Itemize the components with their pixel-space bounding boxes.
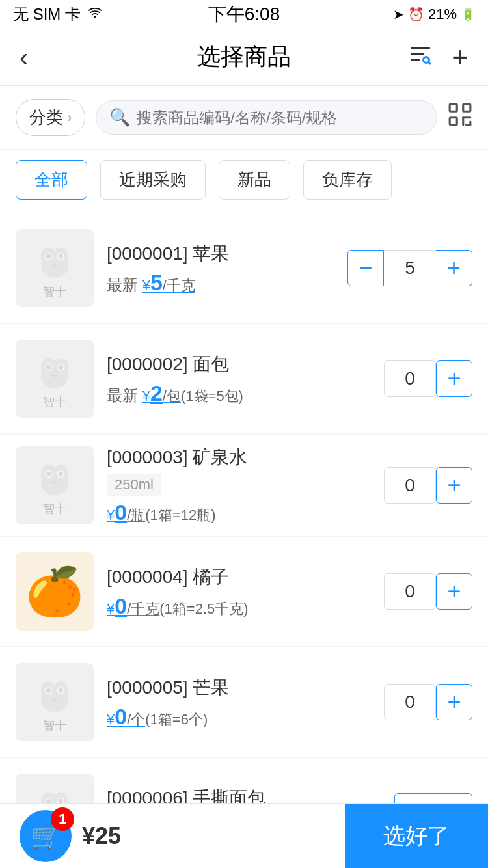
- product-image: 智十: [16, 229, 94, 307]
- product-image: 🍊: [16, 552, 94, 631]
- category-button[interactable]: 分类 ›: [16, 99, 85, 136]
- quantity-control: +: [384, 467, 472, 504]
- quantity-input[interactable]: [384, 360, 436, 397]
- scan-icon[interactable]: [448, 102, 472, 133]
- status-left: 无 SIM 卡: [13, 4, 104, 25]
- product-spec: 250ml: [107, 474, 161, 496]
- product-list: 智十 [0000001] 苹果 最新 ¥5/千克 − +: [0, 213, 488, 868]
- product-info: [0000004] 橘子 ¥0/千克(1箱=2.5千克): [107, 565, 371, 619]
- product-name: [0000004] 橘子: [107, 565, 371, 590]
- search-input-wrap: 🔍: [96, 100, 437, 135]
- quantity-decrease-button[interactable]: −: [347, 250, 384, 286]
- product-price: ¥0/个(1箱=6个): [107, 704, 371, 729]
- product-info: [0000005] 芒果 ¥0/个(1箱=6个): [107, 675, 371, 729]
- product-image: 智十: [16, 340, 94, 418]
- back-button[interactable]: ‹: [20, 44, 28, 70]
- product-price: ¥0/瓶(1箱=12瓶): [107, 500, 371, 525]
- product-name: [0000005] 芒果: [107, 675, 371, 700]
- status-time: 下午6:08: [208, 2, 280, 27]
- quantity-increase-button[interactable]: +: [436, 573, 472, 610]
- owl-logo: 智十: [32, 454, 77, 517]
- table-row: 智十 [0000001] 苹果 最新 ¥5/千克 − +: [0, 213, 488, 323]
- product-name: [0000003] 矿泉水: [107, 445, 371, 470]
- quantity-control: +: [384, 360, 472, 397]
- nav-bar: ‹ 选择商品 +: [0, 29, 488, 86]
- svg-point-40: [59, 688, 63, 693]
- location-icon: ➤: [393, 7, 404, 22]
- svg-point-32: [46, 471, 51, 476]
- svg-point-25: [46, 365, 51, 370]
- owl-text: 智十: [43, 284, 66, 299]
- svg-point-19: [59, 254, 63, 259]
- table-row: 智十 [0000002] 面包 最新 ¥2/包(1袋=5包) +: [0, 324, 488, 433]
- product-name: [0000001] 苹果: [107, 241, 334, 266]
- search-area: 分类 › 🔍: [0, 86, 488, 150]
- quantity-control: +: [384, 573, 472, 610]
- table-row: 🍊 [0000004] 橘子 ¥0/千克(1箱=2.5千克) +: [0, 537, 488, 646]
- quantity-increase-button[interactable]: +: [436, 250, 472, 286]
- svg-point-26: [59, 365, 63, 370]
- quantity-control: +: [384, 684, 472, 720]
- svg-rect-6: [450, 104, 457, 111]
- alarm-icon: ⏰: [408, 7, 424, 22]
- cart-button[interactable]: 🛒 1: [20, 810, 72, 862]
- status-right: ➤ ⏰ 21% 🔋: [393, 6, 475, 23]
- table-row: 智十 [0000005] 芒果 ¥0/个(1箱=6个) +: [0, 647, 488, 757]
- svg-rect-8: [450, 118, 457, 125]
- quantity-input[interactable]: [384, 573, 436, 610]
- product-info: [0000003] 矿泉水 250ml ¥0/瓶(1箱=12瓶): [107, 445, 371, 525]
- product-price: 最新 ¥5/千克: [107, 270, 334, 295]
- owl-text: 智十: [43, 718, 66, 733]
- cart-section: 🛒 1 ¥25: [0, 810, 121, 862]
- filter-tabs: 全部 近期采购 新品 负库存: [0, 150, 488, 213]
- product-price: 最新 ¥2/包(1袋=5包): [107, 381, 371, 406]
- table-row: 智十 [0000003] 矿泉水 250ml ¥0/瓶(1箱=12瓶) +: [0, 435, 488, 536]
- tab-negative-stock[interactable]: 负库存: [303, 160, 392, 200]
- orange-emoji: 🍊: [25, 564, 84, 619]
- svg-line-5: [428, 62, 430, 64]
- quantity-increase-button[interactable]: +: [436, 684, 472, 720]
- svg-point-39: [46, 688, 51, 693]
- svg-point-0: [94, 16, 96, 18]
- bottom-bar: 🛒 1 ¥25 选好了: [0, 803, 488, 868]
- tab-recent[interactable]: 近期采购: [100, 160, 206, 200]
- product-name: [0000002] 面包: [107, 352, 371, 377]
- quantity-increase-button[interactable]: +: [436, 360, 472, 397]
- tab-new[interactable]: 新品: [219, 160, 290, 200]
- product-info: [0000001] 苹果 最新 ¥5/千克: [107, 241, 334, 295]
- product-price: ¥0/千克(1箱=2.5千克): [107, 593, 371, 619]
- wifi-icon: [86, 5, 104, 23]
- svg-rect-7: [463, 104, 470, 111]
- product-image: 智十: [16, 446, 94, 524]
- tab-all[interactable]: 全部: [16, 160, 87, 200]
- quantity-increase-button[interactable]: +: [436, 467, 472, 504]
- quantity-input[interactable]: [384, 467, 436, 504]
- category-label: 分类: [29, 106, 63, 129]
- svg-point-33: [59, 471, 63, 476]
- confirm-button[interactable]: 选好了: [345, 804, 488, 869]
- battery-text: 21%: [428, 6, 457, 23]
- quantity-input[interactable]: [384, 684, 436, 720]
- add-button[interactable]: +: [452, 43, 468, 72]
- owl-text: 智十: [43, 501, 66, 517]
- carrier-text: 无 SIM 卡: [13, 4, 81, 25]
- quantity-control: − +: [347, 250, 472, 286]
- battery-icon: 🔋: [461, 7, 475, 21]
- cart-total: ¥25: [82, 822, 121, 850]
- page-title: 选择商品: [197, 41, 291, 73]
- nav-actions: +: [409, 42, 468, 72]
- owl-text: 智十: [43, 394, 66, 410]
- owl-logo: 智十: [32, 671, 77, 733]
- search-input[interactable]: [137, 109, 424, 127]
- product-info: [0000002] 面包 最新 ¥2/包(1袋=5包): [107, 352, 371, 406]
- cart-badge: 1: [51, 807, 74, 831]
- search-icon: 🔍: [109, 107, 130, 128]
- quantity-input[interactable]: [384, 250, 436, 286]
- svg-point-18: [46, 254, 51, 259]
- chevron-right-icon: ›: [67, 109, 72, 126]
- product-image: 智十: [16, 663, 94, 741]
- owl-logo: 智十: [32, 347, 77, 410]
- status-bar: 无 SIM 卡 下午6:08 ➤ ⏰ 21% 🔋: [0, 0, 488, 29]
- filter-icon[interactable]: [409, 42, 432, 72]
- owl-logo: 智十: [32, 237, 77, 299]
